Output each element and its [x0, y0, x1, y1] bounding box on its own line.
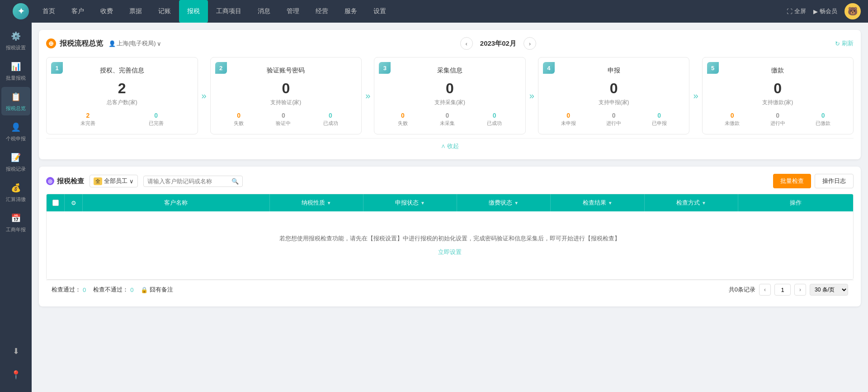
select-all-checkbox[interactable] — [52, 200, 59, 206]
fullscreen-btn[interactable]: ⛶ 全屏 — [787, 7, 806, 15]
collapse-icon: ∧ — [441, 143, 446, 149]
batch-check-btn[interactable]: 批量检查 — [773, 174, 811, 188]
sidebar-item-annual-report[interactable]: 📅 工商年报 — [1, 208, 30, 237]
nav-menu: 首页 客户 收费 票据 记账 报税 工商项目 消息 管理 经营 服务 设置 — [34, 0, 787, 23]
nav-business[interactable]: 工商项目 — [208, 0, 250, 23]
nav-operation[interactable]: 经营 — [307, 0, 336, 23]
stat-5-2: 0 进行中 — [770, 112, 785, 127]
stat-label-4-1: 未申报 — [561, 120, 576, 127]
search-icon[interactable]: 🔍 — [231, 178, 239, 185]
nav-accounting[interactable]: 记账 — [150, 0, 179, 23]
th-declare-status[interactable]: 申报状态 ▼ — [363, 194, 457, 211]
sidebar-label-batch-tax: 批量报税 — [6, 75, 26, 81]
vip-btn[interactable]: ▶ 畅会员 — [813, 7, 837, 15]
fullscreen-label: 全屏 — [794, 7, 806, 15]
top-nav: ✦ 首页 客户 收费 票据 记账 报税 工商项目 消息 管理 经营 服务 设置 … — [0, 0, 868, 23]
th-check-result[interactable]: 检查结果 ▼ — [551, 194, 644, 211]
th-gear[interactable]: ⚙ — [65, 194, 83, 211]
search-input[interactable] — [147, 178, 230, 185]
step-subtitle-1: 总客户数(家) — [54, 99, 190, 106]
footer-failed: 检查不通过： 0 — [93, 286, 133, 294]
step-number-1: 1 — [51, 62, 63, 74]
step-title-3: 采集信息 — [382, 65, 518, 75]
prev-month-btn[interactable]: ‹ — [460, 37, 473, 50]
stat-num-3-2: 0 — [446, 112, 449, 119]
settings-link[interactable]: 立即设置 — [438, 248, 462, 256]
next-month-btn[interactable]: › — [524, 37, 536, 50]
failed-label: 检查不通过： — [93, 286, 128, 294]
nav-manage[interactable]: 管理 — [278, 0, 307, 23]
check-title: ◎ 报税检查 — [46, 177, 84, 186]
operation-log-btn[interactable]: 操作日志 — [815, 174, 854, 188]
nav-billing[interactable]: 收费 — [92, 0, 121, 23]
th-pay-label: 缴费状态 — [489, 199, 512, 207]
sidebar-item-tax-settings[interactable]: ⚙️ 报税设置 — [1, 26, 30, 55]
step-count-5: 0 — [710, 80, 846, 97]
location-text: 上海(电子税局) — [117, 39, 156, 48]
filter-declare-icon: ▼ — [420, 201, 425, 206]
stat-label-2-2: 验证中 — [276, 120, 291, 127]
stat-4-1: 0 未申报 — [561, 112, 576, 127]
avatar[interactable]: 🐻 — [844, 3, 861, 19]
dropdown-chevron-icon: ∨ — [129, 178, 134, 185]
passed-count[interactable]: 0 — [83, 287, 86, 293]
collapse-btn[interactable]: ∧ 收起 — [46, 138, 854, 152]
nav-tax[interactable]: 报税 — [179, 0, 208, 23]
sidebar-item-download[interactable]: ⬇ — [1, 341, 30, 361]
stat-5-1: 0 未缴款 — [725, 112, 740, 127]
step-arrow-2: » — [362, 57, 374, 134]
sidebar-label-annual-report: 工商年报 — [6, 226, 26, 233]
stat-num-4-3: 0 — [657, 112, 661, 119]
nav-invoice[interactable]: 票据 — [121, 0, 150, 23]
first-page-btn[interactable]: ‹ — [759, 284, 771, 296]
sidebar-item-tax-clearing[interactable]: 💰 汇算清缴 — [1, 178, 30, 206]
step-title-1: 授权、完善信息 — [54, 65, 190, 75]
stat-label-3-3: 已成功 — [487, 120, 502, 127]
sidebar-item-location[interactable]: 📍 — [1, 365, 30, 385]
flow-location[interactable]: 👤 上海(电子税局) ∨ — [108, 39, 161, 48]
sidebar-item-batch-tax[interactable]: 📊 批量报税 — [1, 57, 30, 85]
sidebar-bottom: ⬇ 📍 — [1, 341, 30, 385]
staff-select[interactable]: 全 全部员工 ∨ — [90, 175, 138, 187]
th-tax-label: 纳税性质 — [302, 199, 325, 207]
stat-label-3-1: 失败 — [398, 120, 408, 127]
step-number-2: 2 — [215, 62, 227, 74]
sidebar-item-tax-overview[interactable]: 📋 报税总览 — [1, 87, 30, 115]
nav-settings[interactable]: 设置 — [365, 0, 394, 23]
stat-label-5-3: 已缴款 — [816, 120, 830, 127]
refresh-btn[interactable]: ↻ 刷新 — [835, 39, 854, 48]
nav-messages[interactable]: 消息 — [250, 0, 278, 23]
step-count-1: 2 — [54, 80, 190, 97]
table-empty: 若您想使用报税检查功能，请先在【报税设置】中进行报税的初始化设置，完成密码验证和… — [47, 211, 853, 279]
th-action: 操作 — [738, 194, 853, 211]
nav-home[interactable]: 首页 — [34, 0, 63, 23]
personal-tax-icon: 👤 — [9, 121, 22, 134]
next-page-btn[interactable]: › — [794, 284, 806, 296]
tax-overview-icon: 📋 — [9, 91, 22, 103]
th-checkbox[interactable] — [47, 194, 65, 211]
th-method-label: 检查方式 — [676, 199, 700, 207]
step-stats-3: 0 失败 0 未采集 0 已成功 — [382, 112, 518, 127]
staff-label: 全部员工 — [104, 177, 127, 185]
collapse-label: 收起 — [447, 143, 459, 149]
per-page-select[interactable]: 30 条/页 50 条/页 100 条/页 — [810, 284, 848, 296]
sidebar-item-tax-records[interactable]: 📝 报税记录 — [1, 148, 30, 176]
th-tax-type[interactable]: 纳税性质 ▼ — [270, 194, 363, 211]
failed-count[interactable]: 0 — [130, 287, 133, 293]
page-input[interactable] — [774, 284, 791, 296]
process-step-1: 1 授权、完善信息 2 总客户数(家) 2 未完善 0 已完善 — [46, 57, 198, 134]
logo[interactable]: ✦ — [7, 3, 34, 19]
stat-1-2: 0 已完善 — [149, 112, 164, 127]
flow-overview-card: ⊕ 报税流程总览 👤 上海(电子税局) ∨ ‹ 2023年02月 › ↻ 刷新 — [39, 30, 861, 159]
step-arrow-4: » — [689, 57, 702, 134]
tax-check-table: ⚙ 客户名称 纳税性质 ▼ 申报状态 ▼ 缴费状态 ▼ 检查 — [46, 194, 854, 280]
stat-2-2: 0 验证中 — [276, 112, 291, 127]
step-title-5: 缴款 — [710, 65, 846, 75]
nav-customer[interactable]: 客户 — [63, 0, 92, 23]
th-check-method[interactable]: 检查方式 ▼ — [645, 194, 738, 211]
sidebar-item-personal-tax[interactable]: 👤 个税申报 — [1, 117, 30, 146]
th-pay-status[interactable]: 缴费状态 ▼ — [457, 194, 551, 211]
footer-right: 共0条记录 ‹ › 30 条/页 50 条/页 100 条/页 — [729, 284, 848, 296]
nav-service[interactable]: 服务 — [336, 0, 365, 23]
stat-3-2: 0 未采集 — [440, 112, 455, 127]
